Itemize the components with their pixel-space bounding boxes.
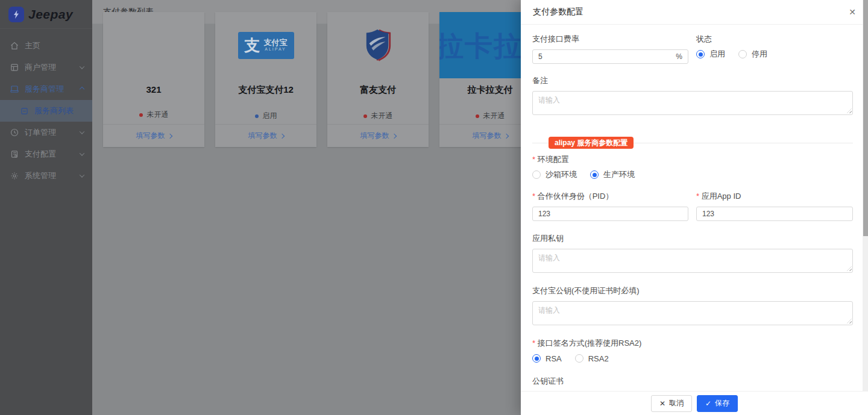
chevron-up-icon [80, 87, 84, 92]
radio-sign-rsa2[interactable]: RSA2 [575, 354, 609, 363]
check-icon: ✓ [705, 400, 711, 407]
fill-params-label: 填写参数 [473, 131, 502, 141]
chevron-right-icon [279, 133, 284, 138]
sidebar-item-system-mgmt[interactable]: 系统管理 [0, 165, 92, 187]
sidebar-item-label: 服务商管理 [25, 84, 64, 95]
chevron-down-icon [80, 64, 84, 69]
radio-status-enabled[interactable]: 启用 [696, 49, 725, 60]
chevron-right-icon [503, 133, 508, 138]
provider-card-321[interactable]: 321 未开通 填写参数 [103, 12, 204, 147]
rate-input[interactable] [538, 52, 672, 61]
close-icon[interactable]: ✕ [849, 8, 856, 16]
status-label: 未开通 [371, 111, 393, 121]
provider-logo-area [327, 12, 429, 78]
appid-input[interactable] [702, 210, 847, 218]
app-logo[interactable]: Jeepay [0, 0, 92, 29]
env-label: 环境配置 [532, 155, 853, 164]
radio-env-sandbox[interactable]: 沙箱环境 [532, 169, 577, 180]
save-button[interactable]: ✓ 保存 [697, 395, 738, 412]
chevron-right-icon [391, 133, 396, 138]
remark-textarea-wrap [532, 91, 853, 115]
provider-card-list: 321 未开通 填写参数 支 支付宝 ALIPAY 支付宝支付12 [103, 12, 541, 147]
app-logo-text: Jeepay [28, 7, 73, 22]
private-key-label: 应用私钥 [532, 234, 853, 243]
appid-input-box [696, 207, 853, 221]
scrollbar-thumb[interactable] [863, 0, 868, 236]
cancel-button[interactable]: ✕ 取消 [651, 395, 692, 412]
fill-params-button[interactable]: 填写参数 [215, 124, 316, 147]
provider-title: 富友支付 [327, 84, 429, 96]
jeepay-logo-icon [8, 7, 24, 22]
lakala-banner-text: 拉卡拉 [439, 28, 523, 65]
sidebar-item-merchant-mgmt[interactable]: 商户管理 [0, 57, 92, 78]
drawer-title: 支付参数配置 [533, 7, 583, 17]
section-divider: alipay 服务商参数配置 [532, 137, 853, 149]
fill-params-label: 填写参数 [136, 131, 165, 141]
list-icon [20, 107, 28, 115]
status-badge: 启用 [215, 111, 316, 121]
alipay-section-badge: alipay 服务商参数配置 [549, 137, 634, 149]
shop-icon [10, 63, 19, 72]
status-dot-icon [363, 114, 367, 118]
radio-unchecked-icon [738, 50, 747, 58]
sidebar-item-pay-config[interactable]: 支付配置 [0, 143, 92, 165]
alipay-glyph: 支 [245, 37, 260, 53]
pay-config-icon [10, 150, 19, 158]
status-label: 未开通 [147, 110, 169, 120]
pid-input-box [532, 207, 688, 221]
alipay-cn-label: 支付宝 [264, 39, 288, 47]
radio-checked-icon [696, 50, 705, 58]
radio-sign-rsa[interactable]: RSA [532, 354, 562, 363]
sidebar-item-label: 商户管理 [25, 62, 56, 73]
status-label: 启用 [263, 111, 277, 121]
sidebar-menu: 主页 商户管理 服务商管理 服务商列表 订单管理 支付配置 系统管理 [0, 29, 92, 187]
drawer-body: 支付接口费率 % 状态 启用 停用 [521, 25, 868, 391]
percent-suffix: % [676, 52, 682, 61]
chevron-right-icon [167, 133, 172, 138]
private-key-textarea[interactable] [532, 249, 853, 273]
fill-params-button[interactable]: 填写参数 [327, 124, 429, 147]
status-label: 状态 [696, 34, 853, 44]
sidebar-item-order-mgmt[interactable]: 订单管理 [0, 122, 92, 143]
alipay-en-label: ALIPAY [265, 47, 286, 52]
provider-logo-area [103, 12, 204, 78]
radio-checked-icon [532, 354, 541, 363]
radio-env-production[interactable]: 生产环境 [590, 169, 635, 180]
fill-params-button[interactable]: 填写参数 [103, 124, 204, 147]
fill-params-label: 填写参数 [248, 131, 277, 141]
drawer-header: 支付参数配置 ✕ [521, 0, 868, 25]
radio-unchecked-icon [532, 170, 541, 179]
cancel-label: 取消 [669, 398, 684, 408]
radio-status-disabled[interactable]: 停用 [738, 49, 767, 60]
sidebar-item-label: 订单管理 [25, 127, 56, 138]
pid-input[interactable] [538, 210, 682, 218]
sidebar-item-home[interactable]: 主页 [0, 35, 92, 57]
chevron-down-icon [80, 129, 84, 134]
radio-unchecked-icon [575, 354, 583, 363]
public-key-label: 支付宝公钥(不使用证书时必填) [532, 286, 853, 296]
chevron-down-icon [80, 151, 84, 155]
provider-icon [10, 85, 19, 93]
pid-label: 合作伙伴身份（PID） [532, 192, 688, 201]
fill-params-label: 填写参数 [360, 131, 389, 141]
remark-textarea[interactable] [532, 91, 853, 115]
close-icon: ✕ [659, 400, 665, 407]
provider-card-fuyou[interactable]: 富友支付 未开通 填写参数 [327, 12, 429, 147]
sidebar-item-provider-mgmt[interactable]: 服务商管理 [0, 78, 92, 100]
drawer-scrollbar[interactable] [863, 0, 868, 391]
sidebar-item-label: 支付配置 [25, 149, 56, 160]
provider-logo-area: 支 支付宝 ALIPAY [215, 12, 316, 78]
status-badge: 未开通 [103, 110, 204, 120]
public-key-textarea[interactable] [532, 301, 853, 325]
public-key-textarea-wrap [532, 301, 853, 325]
provider-title: 321 [103, 84, 204, 95]
drawer-footer: ✕ 取消 ✓ 保存 [521, 391, 868, 415]
status-dot-icon [476, 114, 479, 118]
provider-card-alipay[interactable]: 支 支付宝 ALIPAY 支付宝支付12 启用 填写参数 [215, 12, 316, 147]
sidebar-item-label: 服务商列表 [34, 105, 74, 116]
gear-icon [10, 172, 19, 180]
appid-label: 应用App ID [696, 192, 853, 201]
remark-label: 备注 [532, 76, 853, 86]
sidebar: Jeepay 主页 商户管理 服务商管理 服务商列表 订单管理 支付配置 [0, 0, 92, 415]
sidebar-item-provider-list[interactable]: 服务商列表 [0, 100, 92, 122]
